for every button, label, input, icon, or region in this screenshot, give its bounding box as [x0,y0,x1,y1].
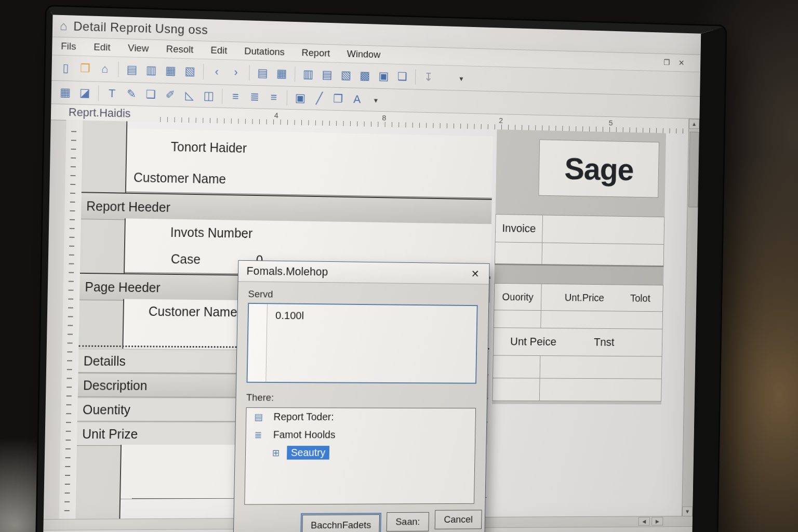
service-label: Servd [248,288,273,300]
shape-icon[interactable]: ◺ [180,86,199,104]
scroll-right-icon[interactable]: ▶ [651,517,663,525]
add-table-icon[interactable]: ▧ [337,66,355,85]
font-icon[interactable]: A [348,90,366,109]
dialog-title-bar: Fomals.Molehop ✕ [238,261,489,285]
screen: ⌂ Detail Reproit Usng oss FilsEditViewRe… [43,15,701,532]
forward-icon[interactable]: › [227,63,245,82]
formula-value: 0.100l [266,304,304,382]
row-empty-e[interactable] [492,378,540,401]
row-empty-b[interactable] [540,310,663,329]
unit-peice-cell[interactable]: Unt Peice Tnst [493,327,663,356]
sections-icon[interactable]: ◫ [200,86,218,105]
dialog-title: Fomals.Molehop [238,264,328,279]
famot-hoolds-icon: ≣ [252,429,264,441]
col-price-total-cell[interactable]: Unt.Price Tolot [541,284,663,312]
sage-logo: Sage [564,150,634,187]
line-tool-icon[interactable]: ╱ [310,89,328,108]
scrollbar-thumb[interactable] [688,132,699,208]
col-unit-price: Unt.Price [541,291,604,303]
formula-input-gutter [247,304,267,382]
app-icon: ⌂ [60,20,68,32]
row-empty-f[interactable] [539,378,662,402]
pen-icon[interactable]: ✐ [161,86,180,105]
page-setup-icon[interactable]: ▤ [123,60,141,79]
invoice-label-cell[interactable]: Invoice [495,214,543,243]
report-toder-icon: ▤ [252,411,265,423]
menu-fils-0[interactable]: Fils [52,37,85,56]
align-right-icon[interactable]: ≡ [264,88,283,107]
seautry-icon: ⊞ [270,447,282,459]
dialog-button-bacchnfadets[interactable]: BacchnFadets [302,514,380,532]
toolbar-overflow-icon[interactable]: ▾ [453,69,470,88]
fields-table-icon[interactable]: ▦ [56,83,74,102]
scroll-up-icon[interactable]: ▲ [689,119,699,129]
menu-dutations-5[interactable]: Dutations [235,42,293,61]
back-icon[interactable]: ‹ [207,62,226,81]
scroll-down-icon[interactable]: ▼ [682,507,693,516]
add-image-icon[interactable]: ▣ [375,67,393,86]
print-icon[interactable]: ▥ [142,61,161,80]
row-empty-a[interactable] [494,310,541,328]
export-icon[interactable]: ▧ [181,62,200,81]
report-designer: Reprt.Haidis 4825 Tonort Haider Customer [43,104,699,530]
report-wizard-icon[interactable]: ▤ [254,64,272,83]
menu-resolt-3[interactable]: Resolt [157,40,202,59]
formulas-dialog: Fomals.Molehop ✕ Servd 0.100l There: ▤Re… [233,260,489,532]
borders-icon[interactable]: ▣ [291,89,309,108]
stamp-icon[interactable]: ❏ [141,85,160,104]
photo-background: ⌂ Detail Reproit Usng oss FilsEditViewRe… [0,0,798,532]
menu-report-6[interactable]: Report [293,44,339,62]
align-left-icon[interactable]: ≡ [227,87,245,106]
dialog-tree[interactable]: ▤Report Toder:≣Famot Hoolds⊞Seautry [244,407,476,504]
ruler-number-2: 2 [499,116,503,125]
add-chart-icon[interactable]: ▩ [356,66,374,85]
row-empty-c[interactable] [493,355,540,379]
open-icon[interactable]: ❒ [76,59,95,78]
pin-icon[interactable]: ↧ [419,68,437,87]
window-close-icon[interactable]: ✕ [679,58,685,68]
menu-edit-4[interactable]: Edit [202,41,236,59]
logo-cell[interactable]: Sage [538,139,659,197]
invoice-empty-left[interactable] [495,242,542,264]
scroll-left-icon[interactable]: ◀ [639,517,650,525]
col-quantity-cell[interactable]: Ouority [494,283,541,311]
invoice-empty-right[interactable] [541,243,664,266]
eraser-icon[interactable]: ◪ [75,83,94,102]
vertical-ruler-ticks [64,123,77,516]
menu-edit-1[interactable]: Edit [85,38,119,57]
dialog-button-cancel[interactable]: Cancel [435,510,482,529]
ruler-number-5: 5 [609,118,613,127]
invoice-template-region: Sage Invoice Ouority Unt.P [492,129,666,404]
menu-window-7[interactable]: Window [338,45,389,64]
window-restore-icon[interactable]: ❐ [663,58,670,68]
add-section-icon[interactable]: ▥ [299,65,317,84]
table-icon[interactable]: ▦ [273,64,291,83]
clipboard-icon[interactable]: ❐ [329,89,347,108]
new-report-icon[interactable]: ▯ [56,59,75,78]
add-barcode-icon[interactable]: ❑ [393,68,411,86]
tree-item-report-toder[interactable]: ▤Report Toder: [246,408,475,426]
tree-item-famot-hoolds[interactable]: ≣Famot Hoolds [246,426,475,444]
text-tool-icon[interactable]: T [103,84,122,103]
invoice-value-cell[interactable] [542,215,664,244]
row-empty-d[interactable] [540,355,662,379]
save-icon[interactable]: ⌂ [96,60,114,79]
align-justify-icon[interactable]: ≣ [245,87,263,106]
menu-view-2[interactable]: View [119,39,157,58]
unit-peice-label: Unt Peice [494,335,556,349]
col-total: Tolot [630,292,663,304]
font-caret-icon[interactable]: ▾ [367,90,385,109]
ruler-number-4: 4 [274,111,278,119]
window-controls: ❐ ✕ [663,58,684,68]
formula-input[interactable]: 0.100l [247,303,478,384]
window-title: Detail Reproit Usng oss [73,19,208,37]
monitor-bezel: ⌂ Detail Reproit Usng oss FilsEditViewRe… [36,6,725,532]
ruler-section-label: Reprt.Haidis [69,105,131,121]
brush-icon[interactable]: ✎ [122,85,141,104]
tree-item-seautry[interactable]: ⊞Seautry [246,444,475,462]
ruler-number-8: 8 [382,113,386,122]
dialog-button-saan[interactable]: Saan: [387,512,429,532]
add-field-icon[interactable]: ▤ [318,65,336,84]
print-preview-icon[interactable]: ▦ [162,61,180,81]
dialog-close-icon[interactable]: ✕ [468,267,482,281]
